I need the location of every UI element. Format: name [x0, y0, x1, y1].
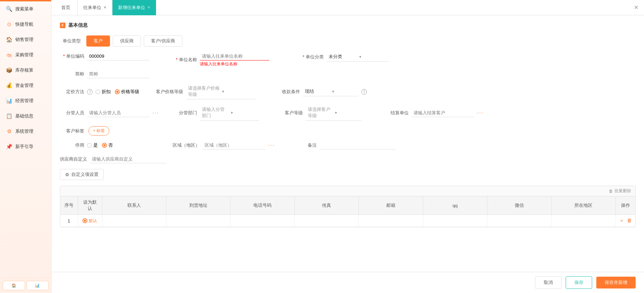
phone-input[interactable]: [234, 218, 291, 223]
sidebar-item-label: 经营管理: [15, 98, 33, 104]
region-more-btn[interactable]: ···: [268, 142, 275, 148]
cell-phone[interactable]: [230, 215, 294, 227]
sidebar-item-finance[interactable]: 💰 资金管理: [0, 78, 51, 93]
manager-label: 分管人员: [60, 110, 84, 116]
cancel-button[interactable]: 取消: [535, 276, 561, 289]
qq-input[interactable]: [427, 218, 484, 223]
type-btn-customer[interactable]: 客户: [86, 35, 110, 47]
department-arrow: ▼: [230, 111, 257, 115]
cell-wechat[interactable]: [487, 215, 551, 227]
sidebar: 🔍 搜索菜单 ⊙ 快捷导航 🏠 销售管理 🛍 采购管理 📦 库存核算 💰 资金管…: [0, 0, 52, 293]
sidebar-item-quick-nav[interactable]: ⊙ 快捷导航: [0, 17, 51, 32]
default-radio-circle: [83, 218, 87, 223]
unit-name-input[interactable]: [200, 52, 269, 60]
pricing-help-icon[interactable]: ?: [87, 89, 93, 95]
manager-input[interactable]: [87, 109, 150, 117]
custom-settings-label: 自定义项设置: [71, 171, 99, 178]
delete-row-icon[interactable]: 🗑: [627, 218, 632, 224]
add-row-icon[interactable]: ＋: [619, 218, 624, 224]
payment-terms-help-icon[interactable]: ?: [361, 89, 367, 95]
section-title-text: 基本信息: [68, 22, 88, 29]
radio-disabled-yes-circle: [87, 143, 92, 148]
unit-code-input[interactable]: [87, 52, 150, 60]
note-input[interactable]: [320, 141, 396, 149]
payment-terms-select[interactable]: 现结 ▼: [303, 87, 359, 96]
settlement-more-btn[interactable]: ···: [477, 110, 484, 116]
save-button[interactable]: 保存: [566, 276, 592, 289]
radio-discount[interactable]: 折扣: [95, 89, 111, 95]
save-new-button[interactable]: 保存并新增: [596, 277, 636, 288]
default-radio[interactable]: 默认: [81, 218, 99, 224]
department-select[interactable]: 请输入分管部门 ▼: [200, 105, 259, 121]
sidebar-bottom-home[interactable]: 🏠: [3, 281, 25, 290]
unit-type-buttons: 客户 供应商 客户/供应商: [86, 35, 182, 47]
sidebar-item-search[interactable]: 🔍 搜索菜单: [0, 1, 51, 17]
col-action: 操作: [615, 196, 635, 215]
tab-partner-close[interactable]: ✕: [103, 5, 107, 10]
email-input[interactable]: [362, 218, 419, 223]
sidebar-item-label: 销售管理: [15, 36, 33, 43]
tab-new-partner[interactable]: 新增往来单位 ✕: [112, 0, 156, 15]
custom-settings-button[interactable]: ⚙ 自定义项设置: [60, 169, 104, 180]
radio-disabled-no[interactable]: 否: [102, 142, 113, 148]
department-placeholder: 请输入分管部门: [202, 106, 229, 119]
type-btn-supplier[interactable]: 供应商: [113, 35, 141, 47]
tab-new-partner-label: 新增往来单位: [118, 5, 145, 11]
region-input[interactable]: [203, 141, 265, 149]
purchase-icon: 🛍: [6, 51, 13, 58]
customer-price-label: 客户价格等级: [156, 89, 183, 95]
sidebar-item-sales[interactable]: 🏠 销售管理: [0, 32, 51, 47]
disabled-radio-group: 是 否: [87, 142, 113, 148]
cell-region[interactable]: [551, 215, 615, 227]
contact-input[interactable]: [106, 218, 163, 223]
cell-contact[interactable]: [102, 215, 166, 227]
tab-partner[interactable]: 往来单位 ✕: [78, 0, 112, 15]
settlement-label: 结算单位: [384, 110, 409, 116]
unit-category-select[interactable]: 未分类 ▼: [327, 52, 389, 62]
cell-email[interactable]: [359, 215, 423, 227]
batch-delete-button[interactable]: 🗑 批量删除: [609, 188, 631, 194]
sidebar-bottom-stats[interactable]: 📊: [26, 281, 49, 290]
customer-level-select[interactable]: 请选择客户等级 ▼: [306, 105, 361, 121]
radio-disabled-yes[interactable]: 是: [87, 142, 98, 148]
sidebar-item-inventory[interactable]: 📦 库存核算: [0, 63, 51, 78]
customer-price-select[interactable]: 请选择客户价格等级 ▼: [186, 84, 256, 99]
radio-disabled-yes-label: 是: [93, 142, 98, 148]
cell-fax[interactable]: [294, 215, 359, 227]
cell-address[interactable]: [166, 215, 230, 227]
supplier-custom-input[interactable]: [90, 155, 166, 163]
disabled-label: 停用: [60, 142, 84, 148]
tab-new-partner-close[interactable]: ✕: [147, 5, 150, 10]
sidebar-item-label: 基础信息: [15, 113, 33, 119]
supplier-custom-label: 供应商自定义: [60, 156, 87, 162]
short-name-input[interactable]: [87, 70, 150, 78]
unit-name-error: 请输入往来单位名称: [200, 61, 269, 67]
contact-table: 序号 设为默认 联系人 到货地址 电话号码 传真 邮箱 qq 微信 所在地区 操…: [60, 196, 635, 227]
table-row: 1 默认: [60, 215, 635, 227]
radio-price-level-label: 价格等级: [121, 89, 139, 95]
sidebar-item-purchase[interactable]: 🛍 采购管理: [0, 47, 51, 63]
sidebar-item-guide[interactable]: 📌 新手引导: [0, 139, 51, 154]
type-btn-both[interactable]: 客户/供应商: [144, 35, 182, 47]
sidebar-item-system[interactable]: ⚙ 系统管理: [0, 124, 51, 139]
add-tag-button[interactable]: + 标签: [88, 126, 109, 136]
radio-price-level[interactable]: 价格等级: [115, 89, 139, 95]
unit-type-label: 单位类型: [60, 38, 81, 44]
close-all-tabs[interactable]: ✕: [631, 3, 641, 12]
tab-home-label: 首页: [61, 5, 70, 11]
address-input[interactable]: [170, 218, 227, 223]
cell-qq[interactable]: [423, 215, 487, 227]
note-label: 备注: [292, 142, 317, 148]
settlement-input[interactable]: [411, 109, 474, 117]
sidebar-item-basic[interactable]: 📋 基础信息: [0, 108, 51, 124]
region-table-input[interactable]: [555, 218, 612, 223]
tab-home[interactable]: 首页: [54, 0, 78, 15]
col-contact: 联系人: [102, 196, 166, 215]
guide-icon: 📌: [6, 143, 13, 150]
sidebar-item-operations[interactable]: 📊 经营管理: [0, 93, 51, 108]
radio-disabled-no-circle: [102, 143, 107, 148]
fax-input[interactable]: [298, 218, 355, 223]
manager-more-btn[interactable]: ···: [152, 110, 159, 116]
wechat-input[interactable]: [491, 218, 548, 223]
table-toolbar: 🗑 批量删除: [60, 186, 635, 196]
